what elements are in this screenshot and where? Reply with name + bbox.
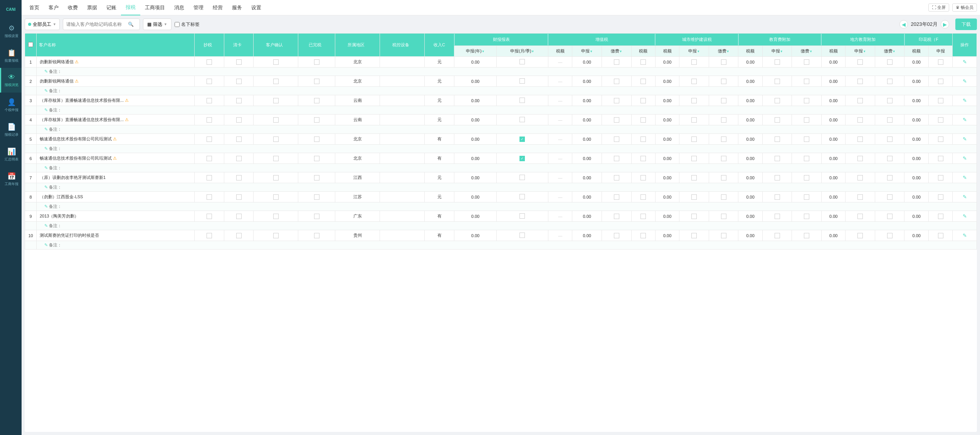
edit-icon[interactable]: ✎: [963, 136, 967, 142]
sidebar-item-gongshang-nianbao[interactable]: 📅 工商年报: [0, 167, 22, 191]
yh-shen-cell: [928, 172, 952, 183]
yh-shen-cell: [928, 76, 952, 87]
yh-tax-cell: 0.00: [904, 153, 928, 164]
nav-baoshui[interactable]: 报税: [121, 0, 140, 15]
fullscreen-btn[interactable]: ⛶ 全屏: [928, 3, 949, 12]
jy-jiao-cell: [792, 95, 822, 106]
sidebar-item-huizong[interactable]: 📊 汇总明表: [0, 142, 22, 167]
edit-cell: ✎: [953, 153, 977, 164]
zz-tax-cell: 0.00: [572, 76, 602, 87]
chart-icon: 📊: [7, 147, 16, 156]
sidebar-item-label: 报税浏览: [5, 83, 18, 87]
company-name-cell: 畅速通信息技术股份有限公司民珏测试 ⚠: [37, 153, 195, 164]
table-container: 客户名称 抄税▼ 清卡▼ 客户确认▼ 已完税▼ 所属地区▼ 税控设备▼ 收入C …: [25, 33, 977, 432]
note-cell: ✎ 备注：: [37, 222, 977, 230]
zz-shen-cell: [602, 230, 631, 241]
next-date-btn[interactable]: ▶: [941, 20, 949, 29]
edit-icon[interactable]: ✎: [963, 59, 967, 65]
fin-period-cell: —: [548, 57, 572, 67]
revenue-cell: 0.00: [454, 76, 496, 87]
nav-home[interactable]: 首页: [25, 0, 44, 15]
cs-shen-cell: [679, 95, 709, 106]
note-empty: [25, 87, 37, 95]
nav-jizhang[interactable]: 记账: [102, 0, 121, 15]
edit-cell: ✎: [953, 95, 977, 106]
df-jiao-cell: [875, 134, 904, 145]
nav-jingying[interactable]: 经营: [208, 0, 227, 15]
df-shen-cell: [846, 192, 875, 202]
select-all-checkbox[interactable]: [28, 42, 33, 47]
nav-client[interactable]: 客户: [44, 0, 63, 15]
table-row: 7（原）误删勿改李艳牙测试斯赛新1 江西元0.00—0.000.000.000.…: [25, 172, 977, 183]
sidebar-item-baoshui-langshen[interactable]: 👁 报税浏览: [0, 68, 22, 93]
jy-jiao-cell: [792, 134, 822, 145]
chaoshui-cell: [195, 115, 224, 125]
col-header-wanshui: 已完税▼: [298, 34, 335, 57]
df-jiao-cell: [875, 76, 904, 87]
shouru-cell: 有: [424, 230, 454, 241]
filter-dot: [28, 23, 31, 26]
prev-date-btn[interactable]: ◀: [899, 20, 908, 29]
cs-tax-cell: 0.00: [655, 115, 679, 125]
jy-tax-cell: 0.00: [738, 115, 762, 125]
revenue-cell: 0.00: [454, 95, 496, 106]
yh-tax-cell: 0.00: [904, 95, 928, 106]
col-header-checkbox: [25, 34, 37, 57]
sidebar-item-label: 汇总明表: [5, 157, 18, 162]
nav-fuwu[interactable]: 服务: [227, 0, 247, 15]
nav-piaoju[interactable]: 票据: [82, 0, 102, 15]
zz-shen-cell: [602, 153, 631, 164]
shouru-cell: 元: [424, 115, 454, 125]
revenue-cell: 0.00: [454, 211, 496, 222]
fin-month-cell: [496, 230, 548, 241]
edit-icon[interactable]: ✎: [963, 78, 967, 84]
table-row: 2勿删新锐网络通信 ⚠北京元0.00—0.000.000.000.000.00✎: [25, 76, 977, 87]
vip-btn[interactable]: ♛ 畅会员: [952, 3, 977, 12]
shebei-cell: [380, 134, 425, 145]
nav-shezhi[interactable]: 设置: [247, 0, 266, 15]
edit-icon[interactable]: ✎: [963, 194, 967, 200]
chaoshui-cell: [195, 134, 224, 145]
filter-button[interactable]: ▦ 筛选 ▼: [143, 19, 171, 30]
edit-icon[interactable]: ✎: [963, 233, 967, 238]
pencil-icon: ✎: [44, 88, 48, 93]
edit-icon[interactable]: ✎: [963, 155, 967, 161]
sidebar-item-piliang-baoshui[interactable]: 📋 批量报税: [0, 43, 22, 68]
fin-month-cell: [496, 76, 548, 87]
nav-gongshang[interactable]: 工商项目: [140, 0, 170, 15]
employee-filter[interactable]: 全部员工 ▼: [25, 19, 60, 30]
download-button[interactable]: 下载: [955, 19, 977, 30]
jy-shen-cell: [762, 76, 792, 87]
edit-icon[interactable]: ✎: [963, 117, 967, 123]
queren-cell: [254, 76, 298, 87]
edit-icon[interactable]: ✎: [963, 175, 967, 180]
yh-shen-cell: [928, 115, 952, 125]
nav-xiaoxi[interactable]: 消息: [170, 0, 189, 15]
note-empty: [25, 222, 37, 230]
jy-tax-cell: 0.00: [738, 192, 762, 202]
row-num: 6: [25, 153, 37, 164]
df-shen-cell: [846, 153, 875, 164]
col-sub-jy-shen: 申报▼: [762, 46, 792, 57]
col-sub-cs-tax: 税额: [655, 46, 679, 57]
employee-filter-label: 全部员工: [33, 21, 51, 28]
df-jiao-cell: [875, 57, 904, 67]
pencil-icon: ✎: [44, 69, 48, 74]
note-empty: [25, 164, 37, 172]
edit-icon[interactable]: ✎: [963, 98, 967, 103]
note-row: ✎ 备注：: [25, 164, 977, 172]
sidebar-item-geren-shenbao[interactable]: 👤 个税申报: [0, 93, 22, 117]
zz-shen-cell: [602, 134, 631, 145]
queren-cell: [254, 192, 298, 202]
name-tag-checkbox[interactable]: [175, 22, 180, 27]
fin-month-cell: [496, 95, 548, 106]
jy-tax-cell: 0.00: [738, 134, 762, 145]
search-input[interactable]: [66, 22, 128, 27]
nav-guanli[interactable]: 管理: [189, 0, 208, 15]
sidebar-item-baoshui-shezhi[interactable]: ⚙ 报税设置: [0, 19, 22, 43]
shebei-cell: [380, 153, 425, 164]
warn-icon: ⚠: [125, 98, 129, 103]
edit-icon[interactable]: ✎: [963, 213, 967, 219]
nav-shoufei[interactable]: 收费: [63, 0, 82, 15]
sidebar-item-baoshui-jilu[interactable]: 📄 报税记录: [0, 117, 22, 142]
